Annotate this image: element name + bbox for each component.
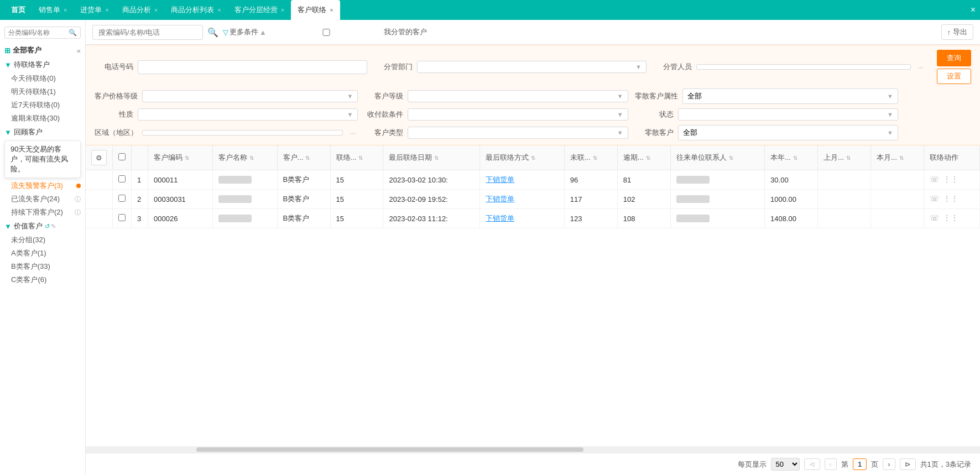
retail-attr-select[interactable]: 全部 ▼ [682,88,898,104]
sidebar-item-c-class[interactable]: C类客户(6) [0,273,85,286]
last-contact-way-link-0[interactable]: 下销货单 [486,175,514,184]
nav-tab-purchase[interactable]: 进货单 × [74,0,115,20]
row-last-contact-way-2[interactable]: 下销货单 [480,209,565,228]
row-check-1[interactable] [118,195,126,202]
search-input[interactable] [92,25,203,40]
region-select[interactable] [142,130,343,135]
horizontal-scrollbar[interactable] [86,446,980,453]
close-sales-icon[interactable]: × [64,7,67,13]
last-contact-way-link-2[interactable]: 下销货单 [486,214,514,222]
my-customers-check[interactable] [271,29,382,36]
sidebar-item-today[interactable]: 今天待联络(0) [0,72,85,85]
col-name[interactable]: 客户名称⇅ [212,145,277,170]
col-checkbox[interactable] [113,145,132,170]
last-page-button[interactable]: ⊳ [900,458,916,470]
close-customer-contact-icon[interactable]: × [330,7,333,13]
col-settings[interactable]: ⚙ [86,145,113,170]
phone-input[interactable] [138,60,367,74]
row-check-0[interactable] [118,175,126,182]
close-customer-layer-icon[interactable]: × [281,7,284,13]
row-check-2[interactable] [118,214,126,221]
row-checkbox-2[interactable] [113,209,132,228]
sidebar-all-customers[interactable]: ⊞ 全部客户 « [0,43,85,58]
nav-tab-customer-layer[interactable]: 客户分层经营 × [228,0,291,20]
search-button[interactable]: 🔍 [207,27,218,38]
sidebar-item-churn-down[interactable]: 持续下滑客户(2) ⓘ [0,206,85,219]
row-last-contact-way-0[interactable]: 下销货单 [480,170,565,190]
sidebar-group-churn[interactable]: ▼ 回顾客户 [0,125,85,139]
query-button[interactable]: 查询 [937,50,971,66]
sidebar-item-churn-risk[interactable]: 流失预警客户(3) [0,179,85,192]
export-button[interactable]: ↑ 导出 [941,24,974,40]
sidebar-item-a-class[interactable]: A类客户(1) [0,247,85,260]
sidebar-item-already-churn[interactable]: 已流失客户(24) ⓘ [0,192,85,206]
col-overdue[interactable]: 逾期...⇅ [617,145,670,170]
col-last-contact-date[interactable]: 最后联络日期⇅ [383,145,480,170]
toolbar-right: ↑ 导出 [941,24,974,40]
row-action-0[interactable]: ☏ ⋮⋮ [924,170,980,188]
sidebar-group-pending[interactable]: ▼ 待联络客户 [0,58,85,72]
row-checkbox-0[interactable] [113,170,132,190]
last-contact-way-link-1[interactable]: 下销货单 [486,195,514,203]
row-last-contact-way-1[interactable]: 下销货单 [480,190,565,209]
select-all-checkbox[interactable] [118,153,126,160]
nature-select[interactable]: ▼ [138,108,358,121]
prev-page-button[interactable]: ‹ [825,458,837,470]
value-refresh-icon[interactable]: ↺ [45,223,50,230]
customer-level-select[interactable]: ▼ [408,90,628,102]
more-conditions-button[interactable]: ▽ 更多条件 ▲ [223,27,267,37]
action-phone-icon-2[interactable]: ☏ [930,213,940,222]
action-more-icon-1[interactable]: ⋮⋮ [943,194,958,203]
per-page-select[interactable]: 50 100 200 [771,458,800,471]
sidebar-group-value[interactable]: ▼ 价值客户 ↺ ✎ [0,219,85,233]
region-more-icon[interactable]: ··· [347,129,358,137]
sidebar-item-week[interactable]: 近7天待联络(0) [0,98,85,112]
retail-customer-select[interactable]: 全部 ▼ [678,125,898,140]
row-action-1[interactable]: ☏ ⋮⋮ [924,190,980,207]
col-code[interactable]: 客户编码⇅ [148,145,213,170]
col-last-contact-way[interactable]: 最后联络方式⇅ [480,145,565,170]
row-action-2[interactable]: ☏ ⋮⋮ [924,209,980,227]
first-page-button[interactable]: ⊲ [804,458,820,470]
customer-type-select[interactable]: ▼ [408,127,628,139]
payment-select[interactable]: ▼ [408,108,628,121]
sidebar-collapse-button[interactable]: « [77,46,81,55]
table-settings-icon[interactable]: ⚙ [91,150,107,165]
close-purchase-icon[interactable]: × [105,7,108,13]
value-edit-icon[interactable]: ✎ [51,223,56,230]
next-page-button[interactable]: › [883,458,895,470]
scrollbar-thumb[interactable] [196,447,583,452]
col-contact[interactable]: 联络...⇅ [330,145,383,170]
nav-tab-home[interactable]: 首页 [4,0,32,20]
close-all-button[interactable]: × [971,5,976,15]
sidebar-item-overdue[interactable]: 逾期未联络(30) [0,112,85,125]
sidebar-item-tomorrow[interactable]: 明天待联络(1) [0,85,85,98]
col-this-month[interactable]: 本月...⇅ [870,145,924,170]
status-select[interactable]: ▼ [678,108,898,121]
col-uncontacted[interactable]: 未联...⇅ [564,145,617,170]
action-more-icon-2[interactable]: ⋮⋮ [943,213,958,222]
nav-tab-analysis[interactable]: 商品分析 × [116,0,164,20]
sidebar-item-b-class[interactable]: B类客户(33) [0,260,85,273]
nav-tab-sales[interactable]: 销售单 × [32,0,74,20]
dept-select[interactable]: ▼ [417,61,647,73]
nav-tab-customer-contact[interactable]: 客户联络 × [291,0,340,20]
close-analysis-icon[interactable]: × [154,7,158,13]
nav-tab-analysis-list[interactable]: 商品分析列表 × [164,0,227,20]
sidebar-item-ungroup[interactable]: 未分组(32) [0,233,85,247]
close-analysis-list-icon[interactable]: × [217,7,221,13]
manager-select[interactable] [696,64,911,70]
price-level-select[interactable]: ▼ [142,90,358,102]
col-type[interactable]: 客户...⇅ [277,145,330,170]
row-checkbox-1[interactable] [113,190,132,209]
my-customers-checkbox[interactable]: 我分管的客户 [271,27,427,37]
col-last-month[interactable]: 上月...⇅ [818,145,871,170]
action-phone-icon-1[interactable]: ☏ [930,194,940,203]
settings-button[interactable]: 设置 [937,69,971,84]
manager-more-icon[interactable]: ··· [915,63,926,71]
filter-retail-attr: 零散客户属性 全部 ▼ [635,88,898,104]
col-this-year[interactable]: 本年...⇅ [765,145,818,170]
action-more-icon-0[interactable]: ⋮⋮ [943,175,958,184]
col-unit-contact[interactable]: 往来单位联系人⇅ [670,145,764,170]
action-phone-icon-0[interactable]: ☏ [930,175,940,184]
